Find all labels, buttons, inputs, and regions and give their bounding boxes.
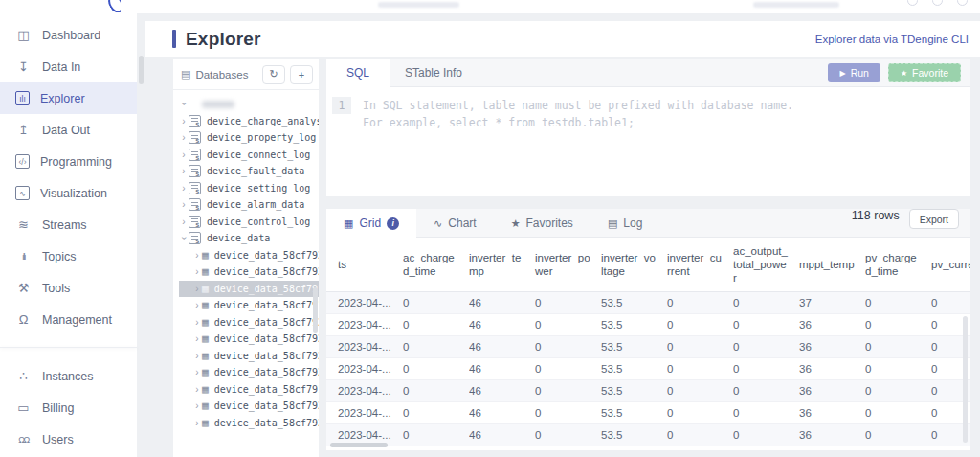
sidebar-item[interactable]: ıllı Topics bbox=[0, 240, 137, 272]
export-button[interactable]: Export bbox=[909, 209, 959, 229]
tree-table-row[interactable]: device_data_58cf792 bbox=[179, 314, 319, 331]
table-cell: 0 bbox=[865, 363, 931, 375]
sidebar-item-label: Management bbox=[42, 313, 112, 327]
table-cell: 0 bbox=[403, 385, 469, 397]
tab-label: Log bbox=[623, 217, 642, 230]
sidebar-item[interactable]: ∿ Visualization bbox=[0, 177, 137, 209]
sidebar-item[interactable]: ∴ Instances bbox=[0, 360, 137, 392]
sql-panel-tab[interactable]: STable Info bbox=[390, 59, 478, 87]
table-row[interactable]: 2023-04-... 0 46 0 53.5 0 0 36 0 0 bbox=[326, 424, 970, 446]
tree-table-row[interactable]: device_data_58cf792 bbox=[179, 415, 319, 432]
sidebar-item[interactable]: ↧ Data In bbox=[0, 51, 137, 82]
page-header: Explorer Explorer data via TDengine CLI bbox=[145, 21, 980, 57]
table-cell: 0 bbox=[733, 407, 799, 419]
sidebar-scrollbar[interactable] bbox=[139, 56, 144, 84]
table-row[interactable]: 2023-04-... 0 46 0 53.5 0 0 36 0 0 bbox=[326, 358, 970, 380]
line-number: 1 bbox=[332, 97, 351, 114]
tree-stable-row[interactable]: device_control_log bbox=[179, 214, 319, 231]
column-header: inverter_power bbox=[535, 251, 601, 278]
tree-table-row[interactable]: device_data_58cf791 bbox=[179, 381, 319, 399]
caret-icon bbox=[179, 217, 189, 227]
caret-icon bbox=[192, 418, 202, 428]
stable-icon bbox=[189, 149, 201, 161]
sidebar-item-icon: ⚒ bbox=[15, 281, 32, 295]
tree-stable-row[interactable]: device_charge_analysis bbox=[179, 113, 319, 130]
tree-table-row[interactable]: device_data_58cf792 bbox=[179, 331, 319, 348]
tree-database-row[interactable] bbox=[179, 96, 319, 113]
sidebar-item[interactable]: ◫ Dashboard bbox=[0, 19, 137, 51]
databases-selector[interactable]: Databases bbox=[195, 69, 257, 80]
table-name: device_data_58cf791 bbox=[214, 284, 319, 294]
page-title: Explorer bbox=[186, 29, 261, 50]
sidebar-item[interactable]: Ω Management bbox=[0, 304, 137, 335]
tree-stable-row[interactable]: device_connect_log bbox=[179, 147, 319, 164]
sidebar-item[interactable]: ΩΩ Users bbox=[0, 423, 137, 455]
sidebar-item[interactable]: ≋ Streams bbox=[0, 209, 137, 240]
table-row[interactable]: 2023-04-... 0 46 0 53.5 0 0 36 0 0 bbox=[326, 336, 970, 358]
tree-stable-row[interactable]: device_setting_log bbox=[179, 180, 319, 197]
sidebar-item-label: Instances bbox=[42, 370, 94, 383]
topbar-icon-fragment[interactable] bbox=[932, 0, 943, 6]
column-header: ts bbox=[338, 258, 403, 271]
table-vertical-scrollbar[interactable] bbox=[963, 316, 968, 443]
caret-icon bbox=[192, 384, 202, 395]
table-cell: 53.5 bbox=[601, 341, 667, 353]
tree-table-row[interactable]: device_data_58cf792 bbox=[179, 263, 319, 281]
results-tab[interactable]: ∿ Chart bbox=[416, 209, 494, 238]
table-cell: 36 bbox=[799, 363, 865, 375]
sidebar-item[interactable]: ▭ Billing bbox=[0, 392, 137, 423]
table-cell: 0 bbox=[535, 297, 601, 308]
results-tab[interactable]: ★ Favorites bbox=[494, 209, 590, 238]
caret-icon bbox=[192, 284, 202, 294]
tree-stable-row[interactable]: device_property_log bbox=[179, 129, 319, 147]
tree-table-row[interactable]: device_data_58cf791 bbox=[179, 297, 319, 314]
sidebar-item[interactable]: ⚒ Tools bbox=[0, 272, 137, 304]
topbar-icon-fragment[interactable] bbox=[907, 0, 918, 6]
table-horizontal-scrollbar[interactable] bbox=[330, 443, 388, 447]
tree-table-row[interactable]: device_data_58cf791 bbox=[179, 281, 319, 298]
sidebar-item[interactable]: ılı Explorer bbox=[0, 82, 137, 114]
table-cell: 0 bbox=[535, 341, 601, 353]
tree-scrollbar[interactable] bbox=[313, 287, 318, 333]
table-cell: 0 bbox=[865, 319, 931, 331]
results-tab[interactable]: ▦ Grid i bbox=[326, 209, 416, 238]
sidebar-item[interactable]: ↥ Data Out bbox=[0, 114, 137, 146]
sidebar-item-label: Visualization bbox=[40, 187, 107, 200]
tree-table-row[interactable]: device_data_58cf792 bbox=[179, 348, 319, 365]
table-cell: 0 bbox=[403, 407, 469, 419]
refresh-button[interactable]: ↻ bbox=[262, 65, 285, 84]
sql-editor[interactable]: 1 In SQL statement, table name must be p… bbox=[326, 87, 970, 195]
table-cell: 2023-04-... bbox=[338, 429, 403, 441]
table-cell: 46 bbox=[469, 297, 535, 308]
sql-panel-tab[interactable]: SQL bbox=[326, 59, 390, 87]
sidebar-item[interactable]: ‹/› Programming bbox=[0, 146, 137, 177]
run-button[interactable]: ▶ Run bbox=[828, 63, 880, 82]
sidebar-item-label: Data In bbox=[42, 60, 80, 74]
topbar bbox=[0, 0, 980, 13]
table-row[interactable]: 2023-04-... 0 46 0 53.5 0 0 36 0 0 bbox=[326, 380, 970, 402]
tree-stable-row[interactable]: device_data bbox=[179, 230, 319, 247]
explorer-cli-link[interactable]: Explorer data via TDengine CLI bbox=[815, 34, 969, 45]
table-row[interactable]: 2023-04-... 0 46 0 53.5 0 0 36 0 0 bbox=[326, 314, 970, 336]
tree-stable-row[interactable]: device_alarm_data bbox=[179, 196, 319, 214]
table-cell: 2023-04-... bbox=[338, 319, 403, 331]
column-header: inverter_voltage bbox=[601, 251, 667, 278]
caret-icon bbox=[192, 400, 202, 411]
tree-stable-row[interactable]: device_fault_data bbox=[179, 163, 319, 180]
results-tab[interactable]: ▤ Log bbox=[590, 209, 659, 238]
favorite-button[interactable]: ★ Favorite bbox=[888, 63, 961, 82]
table-name: device_data_58cf792 bbox=[214, 367, 319, 377]
tree-table-row[interactable]: device_data_58cf792 bbox=[179, 398, 319, 415]
table-row[interactable]: 2023-04-... 0 46 0 53.5 0 0 37 0 0 bbox=[326, 292, 970, 314]
tree-table-row[interactable]: device_data_58cf792 bbox=[179, 247, 319, 264]
tree-table-row[interactable]: device_data_58cf792 bbox=[179, 364, 319, 381]
sidebar-item-label: Data Out bbox=[42, 124, 90, 137]
column-header: ac_charged_time bbox=[403, 251, 469, 278]
add-database-button[interactable]: + bbox=[290, 65, 313, 84]
databases-panel-header: ▤ Databases ↻ + bbox=[173, 59, 319, 90]
topbar-icon-fragment[interactable] bbox=[957, 0, 968, 6]
caret-icon bbox=[179, 183, 189, 194]
table-row[interactable]: 2023-04-... 0 46 0 53.5 0 0 36 0 0 bbox=[326, 402, 970, 424]
database-icon: ▤ bbox=[181, 68, 190, 80]
table-cell: 0 bbox=[865, 297, 931, 308]
